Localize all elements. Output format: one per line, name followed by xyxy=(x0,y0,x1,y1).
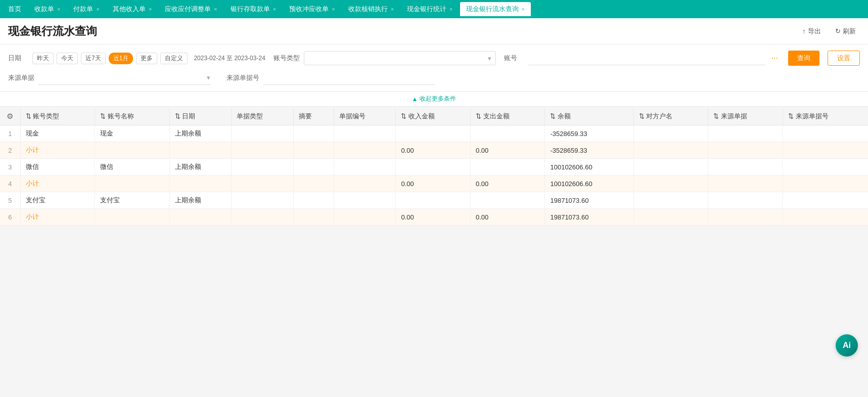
top-nav: 首页收款单×付款单×其他收入单×应收应付调整单×银行存取款单×预收冲应收单×收款… xyxy=(0,0,868,18)
account-dots-button[interactable]: ··· xyxy=(769,54,780,63)
date-today[interactable]: 今天 xyxy=(57,53,78,64)
close-tab-bank-deposit-icon[interactable]: × xyxy=(273,6,276,12)
cell-account-type: 现金 xyxy=(20,125,95,142)
page-title: 现金银行流水查询 xyxy=(8,24,97,39)
nav-tab-bank-stats[interactable]: 现金银行统计× xyxy=(401,2,459,16)
cell-doc-type xyxy=(232,175,294,192)
cell-account-type: 小计 xyxy=(20,209,95,226)
cell-source-doc-no xyxy=(783,125,868,142)
cell-date xyxy=(169,175,232,192)
col-summary: 摘要 xyxy=(294,108,334,125)
close-tab-bank-flow-icon[interactable]: × xyxy=(522,6,525,12)
collapse-up-icon: ▲ xyxy=(412,96,418,103)
close-tab-bank-stats-icon[interactable]: × xyxy=(449,6,452,12)
cell-balance: 19871073.60 xyxy=(545,192,633,209)
date-7days[interactable]: 近7天 xyxy=(81,53,106,64)
refresh-icon: ↻ xyxy=(835,27,841,35)
cell-source-doc xyxy=(708,175,783,192)
filter-row-2: 来源单据 ▾ 来源单据号 xyxy=(8,71,860,85)
close-tab-other-income-icon[interactable]: × xyxy=(149,6,152,12)
col-expense[interactable]: ⇅ 支出金额 xyxy=(470,108,545,125)
nav-tab-bank-flow[interactable]: 现金银行流水查询× xyxy=(460,2,531,16)
cell-date: 上期余额 xyxy=(169,159,232,175)
nav-tab-advance[interactable]: 预收冲应收单× xyxy=(283,2,341,16)
row-number: 2 xyxy=(0,142,20,159)
collapse-label: 收起更多条件 xyxy=(420,95,456,103)
cell-expense xyxy=(470,125,545,142)
nav-tab-write-off[interactable]: 收款核销执行× xyxy=(342,2,400,16)
cell-source-doc-no xyxy=(783,142,868,159)
col-date[interactable]: ⇅ 日期 xyxy=(169,108,232,125)
settings-button[interactable]: 设置 xyxy=(828,51,860,66)
date-custom[interactable]: 自定义 xyxy=(160,53,188,64)
close-tab-payment-icon[interactable]: × xyxy=(96,6,99,12)
close-tab-adjustment-icon[interactable]: × xyxy=(214,6,217,12)
cell-doc-no xyxy=(334,142,396,159)
close-tab-receipt-icon[interactable]: × xyxy=(57,6,60,12)
date-range: 2023-02-24 至 2023-03-24 xyxy=(194,54,265,63)
col-doc-type: 单据类型 xyxy=(232,108,294,125)
collapse-bar[interactable]: ▲ 收起更多条件 xyxy=(0,92,868,107)
date-filter: 日期 昨天 今天 近7天 近1月 更多 自定义 2023-02-24 至 202… xyxy=(8,53,265,64)
date-1month[interactable]: 近1月 xyxy=(109,53,133,64)
cell-account-name xyxy=(95,175,170,192)
col-income[interactable]: ⇅ 收入金额 xyxy=(396,108,471,125)
col-source-doc-no[interactable]: ⇅ 来源单据号 xyxy=(783,108,868,125)
cell-income xyxy=(396,125,471,142)
cell-account-name: 微信 xyxy=(95,159,170,175)
date-yesterday[interactable]: 昨天 xyxy=(32,53,54,64)
cell-counterparty xyxy=(633,209,708,226)
cell-date: 上期余额 xyxy=(169,192,232,209)
col-balance[interactable]: ⇅ 余额 xyxy=(545,108,633,125)
refresh-button[interactable]: ↻ 刷新 xyxy=(831,25,860,38)
cell-doc-type xyxy=(232,209,294,226)
nav-tab-home[interactable]: 首页 xyxy=(2,2,27,16)
nav-tab-payment[interactable]: 付款单× xyxy=(67,2,105,16)
source-doc-no-label: 来源单据号 xyxy=(226,73,259,82)
close-tab-advance-icon[interactable]: × xyxy=(332,6,335,12)
account-input[interactable] xyxy=(528,55,765,62)
cell-date xyxy=(169,209,232,226)
cell-counterparty xyxy=(633,175,708,192)
nav-tab-receipt[interactable]: 收款单× xyxy=(28,2,66,16)
cell-counterparty xyxy=(633,125,708,142)
account-filter: 账号 ··· xyxy=(504,51,780,65)
nav-tab-other-income[interactable]: 其他收入单× xyxy=(107,2,158,16)
cell-balance: -3528659.33 xyxy=(545,142,633,159)
table-row: 6小计0.000.0019871073.60 xyxy=(0,209,868,226)
filter-area: 日期 昨天 今天 近7天 近1月 更多 自定义 2023-02-24 至 202… xyxy=(0,45,868,92)
export-button[interactable]: ↑ 导出 xyxy=(799,25,826,38)
cell-source-doc xyxy=(708,192,783,209)
cell-balance: 100102606.60 xyxy=(545,159,633,175)
nav-tab-adjustment[interactable]: 应收应付调整单× xyxy=(159,2,223,16)
col-account-type[interactable]: ⇅ 账号类型 xyxy=(20,108,95,125)
cell-summary xyxy=(294,159,334,175)
source-doc-no-input[interactable] xyxy=(263,71,435,84)
cell-account-type: 小计 xyxy=(20,142,95,159)
col-counterparty[interactable]: ⇅ 对方户名 xyxy=(633,108,708,125)
col-account-name[interactable]: ⇅ 账号名称 xyxy=(95,108,170,125)
col-gear[interactable]: ⚙ xyxy=(0,108,20,125)
page-header: 现金银行流水查询 ↑ 导出 ↻ 刷新 xyxy=(0,18,868,45)
cell-account-name xyxy=(95,209,170,226)
col-source-doc[interactable]: ⇅ 来源单据 xyxy=(708,108,783,125)
cell-doc-no xyxy=(334,125,396,142)
row-number: 1 xyxy=(0,125,20,142)
query-button[interactable]: 查询 xyxy=(788,51,819,66)
cell-counterparty xyxy=(633,192,708,209)
data-table: ⚙ ⇅ 账号类型 ⇅ 账号名称 ⇅ 日期 单据类型 摘要 单据编号 ⇅ 收入金额 xyxy=(0,108,868,226)
cell-balance: 19871073.60 xyxy=(545,209,633,226)
cell-account-type: 支付宝 xyxy=(20,192,95,209)
source-doc-select[interactable]: ▾ xyxy=(38,71,210,85)
cell-income: 0.00 xyxy=(396,175,471,192)
cell-doc-no xyxy=(334,159,396,175)
account-label: 账号 xyxy=(504,54,524,63)
cell-summary xyxy=(294,142,334,159)
close-tab-write-off-icon[interactable]: × xyxy=(391,6,394,12)
nav-tab-bank-deposit[interactable]: 银行存取款单× xyxy=(224,2,282,16)
cell-counterparty xyxy=(633,142,708,159)
cell-doc-type xyxy=(232,192,294,209)
account-type-select[interactable]: ▾ xyxy=(304,51,496,65)
date-more[interactable]: 更多 xyxy=(136,53,157,64)
col-doc-no: 单据编号 xyxy=(334,108,396,125)
